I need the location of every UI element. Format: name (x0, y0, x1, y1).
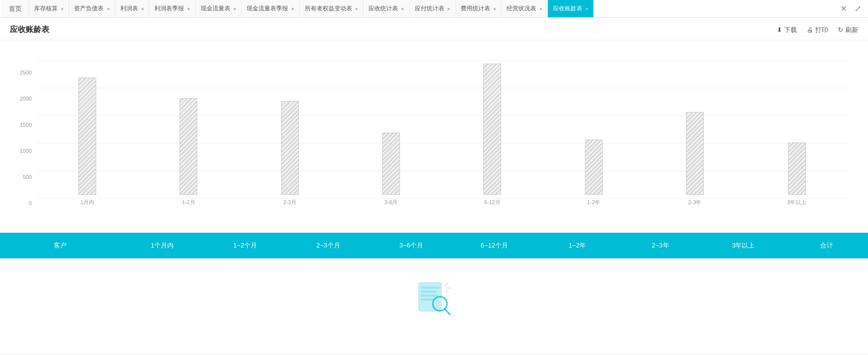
table-header-cell: 1~2年 (536, 241, 618, 250)
download-label: 下载 (784, 26, 797, 35)
bar-group: 1月内 (78, 77, 96, 206)
tab-inventory-close[interactable]: × (61, 6, 64, 12)
bar-label: 1-2月 (182, 199, 195, 206)
window-maximize-button[interactable]: ⤢ (852, 3, 864, 14)
tab-expense-stats-close[interactable]: × (493, 6, 496, 12)
y-label-2000: 2000 (20, 96, 32, 102)
tab-ap-stats-close[interactable]: × (447, 6, 450, 12)
table-header-cell: 合计 (785, 241, 868, 250)
tab-cashflow-label: 现金流量表 (201, 4, 230, 13)
tab-balance-label: 资产负债表 (74, 4, 104, 13)
tab-ar-aging[interactable]: 应收账龄表 × (548, 0, 594, 18)
tab-operations[interactable]: 经营状况表 × (502, 0, 547, 18)
tab-home[interactable]: 首页 (2, 0, 29, 18)
download-button[interactable]: ⬇ 下载 (777, 26, 797, 35)
bar (585, 140, 603, 195)
tab-ar-aging-close[interactable]: × (585, 6, 588, 12)
table-header-cell: 2~3个月 (287, 241, 369, 250)
tab-home-label: 首页 (9, 4, 22, 13)
tab-cashflow[interactable]: 现金流量表 × (196, 0, 242, 18)
tab-ar-stats[interactable]: 应收统计表 × (363, 0, 409, 18)
window-close-button[interactable]: ✕ (837, 3, 850, 14)
bar (788, 142, 806, 195)
bar (281, 101, 299, 195)
y-axis: 2500 2000 1500 1000 500 0 (20, 70, 32, 218)
tab-cashflow-quarterly[interactable]: 现金流量表季报 × (242, 0, 299, 18)
table-header-cell: 客户 (0, 241, 121, 250)
print-label: 打印 (815, 26, 828, 35)
bar-group: 1-2月 (180, 98, 197, 206)
table-header-cell: 6~12个月 (453, 241, 536, 250)
bar (78, 77, 96, 195)
page-actions: ⬇ 下载 🖨 打印 ↻ 刷新 (777, 26, 858, 35)
tab-profit-quarterly-label: 利润表季报 (154, 4, 184, 13)
table-header-cell: 1个月内 (121, 241, 204, 250)
tab-cashflow-quarterly-label: 现金流量表季报 (247, 4, 288, 13)
tab-ar-aging-label: 应收账龄表 (553, 4, 582, 13)
print-icon: 🖨 (807, 26, 813, 34)
bar-label: 2-3年 (688, 199, 701, 206)
tab-ar-stats-label: 应收统计表 (368, 4, 398, 13)
bar (483, 64, 501, 195)
empty-area (0, 258, 868, 354)
bar-group: 2-3年 (686, 112, 704, 206)
svg-rect-1 (421, 287, 439, 289)
bar-label: 6-12月 (484, 199, 501, 206)
tab-profit-close[interactable]: × (141, 6, 144, 12)
table-header-cell: 2~3年 (619, 241, 702, 250)
tab-equity-close[interactable]: × (355, 6, 358, 12)
grid-line (36, 60, 848, 61)
bar (686, 112, 704, 195)
print-button[interactable]: 🖨 打印 (807, 26, 828, 35)
tab-expense-stats-label: 费用统计表 (461, 4, 490, 13)
y-label-500: 500 (23, 175, 32, 180)
page-title: 应收账龄表 (10, 25, 49, 35)
tab-expense-stats[interactable]: 费用统计表 × (456, 0, 502, 18)
download-icon: ⬇ (777, 26, 782, 34)
tab-inventory[interactable]: 库存核算 × (29, 0, 69, 18)
tab-cashflow-quarterly-close[interactable]: × (291, 6, 294, 12)
tab-balance-close[interactable]: × (107, 6, 109, 12)
table-header-cell: 3~6个月 (370, 241, 453, 250)
tab-balance[interactable]: 资产负债表 × (69, 0, 115, 18)
y-label-1500: 1500 (20, 122, 32, 128)
table-header: 客户1个月内1~2个月2~3个月3~6个月6~12个月1~2年2~3年3年以上合… (0, 233, 868, 258)
tab-ap-stats-label: 应付统计表 (415, 4, 444, 13)
y-label-0: 0 (29, 201, 32, 206)
bar (180, 98, 197, 195)
tab-profit-quarterly[interactable]: 利润表季报 × (149, 0, 195, 18)
bars-row: 1月内1-2月2-3月3-6月6-12月1-2年2-3年3年以上 (36, 68, 848, 206)
bar (382, 133, 400, 195)
bar-label: 3年以上 (787, 199, 806, 206)
refresh-button[interactable]: ↻ 刷新 (838, 26, 858, 35)
bar-group: 2-3月 (281, 101, 299, 206)
refresh-label: 刷新 (845, 26, 858, 35)
empty-illustration (409, 278, 459, 318)
bar-label: 3-6月 (385, 199, 398, 206)
chart-container: 2500 2000 1500 1000 500 0 1月内1-2月2-3月3-6… (20, 50, 848, 218)
bar-label: 1-2年 (587, 199, 600, 206)
tab-ap-stats[interactable]: 应付统计表 × (410, 0, 456, 18)
bar-group: 3年以上 (787, 142, 806, 206)
tab-profit[interactable]: 利润表 × (115, 0, 149, 18)
bar-label: 2-3月 (283, 199, 296, 206)
bar-label: 1月内 (80, 199, 94, 206)
svg-rect-2 (421, 291, 436, 293)
tab-ar-stats-close[interactable]: × (401, 6, 404, 12)
bar-group: 1-2年 (585, 140, 603, 206)
table-header-cell: 1~2个月 (204, 241, 287, 250)
chart-area: 2500 2000 1500 1000 500 0 1月内1-2月2-3月3-6… (0, 40, 868, 233)
chart-plot: 1月内1-2月2-3月3-6月6-12月1-2年2-3年3年以上 (36, 60, 848, 218)
bar-group: 6-12月 (483, 64, 501, 206)
tab-cashflow-close[interactable]: × (233, 6, 236, 12)
tab-operations-label: 经营状况表 (506, 4, 536, 13)
tab-profit-quarterly-close[interactable]: × (187, 6, 190, 12)
y-label-1000: 1000 (20, 148, 32, 154)
tab-operations-close[interactable]: × (539, 6, 542, 12)
table-header-cell: 3年以上 (702, 241, 785, 250)
tab-equity-label: 所有者权益变动表 (305, 4, 352, 13)
tab-profit-label: 利润表 (120, 4, 138, 13)
svg-line-9 (445, 290, 448, 293)
page-header: 应收账龄表 ⬇ 下载 🖨 打印 ↻ 刷新 (0, 18, 868, 40)
tab-equity[interactable]: 所有者权益变动表 × (300, 0, 363, 18)
